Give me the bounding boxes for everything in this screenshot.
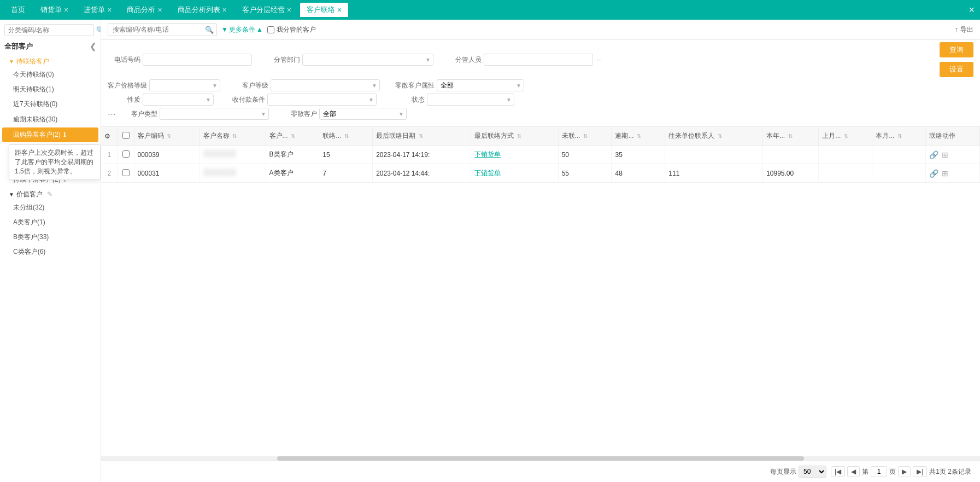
col-this-month: 本月... ⇅	[872, 127, 926, 146]
page-label-prefix: 第	[862, 467, 868, 477]
sidebar-item-repurchase-anomaly[interactable]: 回购异常客户(2) ℹ	[2, 127, 98, 142]
nav-item-home[interactable]: 首页	[4, 3, 32, 17]
info-icon-repurchase: ℹ	[63, 131, 66, 138]
customer-grade-select[interactable]	[271, 79, 380, 91]
status-select[interactable]	[427, 94, 514, 106]
price-grade-select-wrap: ▼	[149, 79, 220, 91]
last-page-button[interactable]: ▶|	[913, 466, 927, 477]
sidebar-collapse-icon[interactable]: ❮	[90, 42, 96, 51]
customer-type-select[interactable]	[160, 108, 269, 120]
nav-close-analysis[interactable]: ×	[157, 5, 162, 14]
horizontal-scrollbar[interactable]	[101, 456, 980, 461]
sort-uncontacted-icon[interactable]: ⇅	[583, 133, 588, 139]
main-search-input[interactable]	[108, 23, 217, 36]
retail-attr-select[interactable]: 全部	[437, 79, 524, 91]
more-conditions-button[interactable]: ▼ 更多条件 ▲	[221, 25, 263, 34]
tooltip-box: 距客户上次交易时长，超过了此客户的平均交易周期的1.5倍，则视为异常。	[9, 144, 101, 180]
sidebar-item-ungrouped[interactable]: 未分组(32)	[0, 200, 101, 215]
main-search-icon[interactable]: 🔍	[205, 26, 214, 34]
next-page-button[interactable]: ▶	[898, 466, 911, 477]
prev-page-button[interactable]: ◀	[847, 466, 860, 477]
row-1-method-link[interactable]: 下销货单	[474, 150, 501, 158]
sidebar-pending-contact-section[interactable]: ▼ 待联络客户	[0, 55, 101, 67]
nav-item-customer-contact[interactable]: 客户联络 ×	[300, 3, 348, 17]
sort-last-method-icon[interactable]: ⇅	[517, 133, 521, 139]
export-icon: ↑	[955, 26, 958, 33]
sort-overdue-icon[interactable]: ⇅	[637, 133, 641, 139]
dept-select[interactable]	[302, 54, 433, 66]
price-grade-select[interactable]	[149, 79, 220, 91]
nav-item-sales[interactable]: 销货单 ×	[34, 3, 75, 17]
sort-this-year-icon[interactable]: ⇅	[788, 133, 793, 139]
customer-grade-label: 客户等级	[236, 81, 268, 90]
gender-select[interactable]	[143, 94, 214, 106]
sidebar-item-b-class[interactable]: B类客户(33)	[0, 230, 101, 245]
export-button[interactable]: ↑ 导出	[955, 25, 973, 34]
sidebar-value-customer-section[interactable]: ▼ 价值客户 ✎	[0, 188, 101, 200]
retail-customer-select[interactable]: 全部	[319, 108, 407, 120]
row-2-method-link[interactable]: 下销货单	[474, 169, 501, 177]
sort-code-icon[interactable]: ⇅	[167, 133, 171, 139]
nav-close-sales[interactable]: ×	[64, 5, 68, 14]
person-more-icon[interactable]: ···	[596, 56, 602, 63]
col-this-year: 本年... ⇅	[763, 127, 819, 146]
sidebar-all-customers-header: 全部客户 ❮	[0, 38, 101, 55]
filter-bar: 🔍 ▼ 更多条件 ▲ 我分管的客户 ↑ 导出	[101, 20, 980, 40]
filter-more-button[interactable]: ···	[108, 108, 116, 120]
nav-item-analysis-list[interactable]: 商品分析列表 ×	[171, 3, 233, 17]
sort-contact-person-icon[interactable]: ⇅	[718, 133, 722, 139]
pay-term-select[interactable]	[267, 94, 377, 106]
nav-item-analysis[interactable]: 商品分析 ×	[120, 3, 168, 17]
row-2-actions: 🔗 ⊞	[926, 164, 980, 183]
nav-item-customer-segment[interactable]: 客户分层经营 ×	[236, 3, 298, 17]
first-page-button[interactable]: |◀	[831, 466, 845, 477]
row-2-link-icon[interactable]: 🔗	[929, 169, 938, 178]
sidebar-item-c-class[interactable]: C类客户(6)	[0, 245, 101, 259]
row-1-link-icon[interactable]: 🔗	[929, 150, 938, 159]
current-page-input[interactable]	[871, 466, 887, 477]
sidebar-item-a-class[interactable]: A类客户(1)	[0, 215, 101, 230]
sort-name-icon[interactable]: ⇅	[232, 133, 237, 139]
col-gear[interactable]: ⚙	[101, 127, 118, 146]
person-input[interactable]	[484, 54, 593, 66]
row-2-code: 000031	[134, 164, 200, 183]
table-row: 2 000031 A类客户 7 2023-04-12 14:44: 下销货单 5…	[101, 164, 980, 183]
sidebar-search-icon[interactable]: 🔍	[96, 26, 101, 34]
nav-close-analysis-list[interactable]: ×	[222, 5, 227, 14]
nav-close-customer-segment[interactable]: ×	[287, 5, 291, 14]
pay-term-select-wrap: ▼	[267, 94, 377, 106]
customer-type-label: 客户类型	[125, 109, 157, 119]
window-close-button[interactable]: ×	[969, 4, 975, 16]
adv-filter-row-3: 性质 ▼ 收付款条件 ▼	[108, 94, 973, 106]
table-area: ⚙ 客户编码 ⇅ 客户名称 ⇅ 客户...	[101, 127, 980, 456]
sidebar-item-tomorrow-contact[interactable]: 明天待联络(1)	[0, 82, 101, 97]
sort-contact-count-icon[interactable]: ⇅	[344, 133, 349, 139]
settings-button[interactable]: 设置	[940, 62, 973, 77]
sidebar-item-overdue-contact[interactable]: 逾期未联络(30)	[0, 112, 101, 127]
sort-this-month-icon[interactable]: ⇅	[897, 133, 902, 139]
select-all-checkbox[interactable]	[122, 132, 130, 139]
my-customers-checkbox[interactable]	[267, 26, 274, 33]
phone-input[interactable]	[143, 54, 252, 66]
nav-close-customer-contact[interactable]: ×	[337, 5, 342, 14]
sidebar-item-today-contact[interactable]: 今天待联络(0)	[0, 67, 101, 82]
row-1-select-checkbox[interactable]	[122, 150, 130, 158]
nav-close-purchase[interactable]: ×	[107, 5, 112, 14]
sidebar-search-input[interactable]	[4, 24, 94, 36]
nav-item-purchase[interactable]: 进货单 ×	[77, 3, 118, 17]
my-customers-checkbox-label[interactable]: 我分管的客户	[267, 25, 316, 34]
row-2-this-month	[872, 164, 926, 183]
sort-last-month-icon[interactable]: ⇅	[844, 133, 848, 139]
query-button[interactable]: 查询	[940, 42, 973, 57]
page-size-select[interactable]: 50 100 200	[799, 466, 826, 478]
sidebar-item-7day-contact[interactable]: 近7天待联络(0)	[0, 97, 101, 112]
row-2-select-checkbox[interactable]	[122, 169, 130, 176]
sort-type-icon[interactable]: ⇅	[291, 133, 295, 139]
scrollbar-thumb[interactable]	[277, 456, 805, 461]
row-2-grid-icon[interactable]: ⊞	[942, 169, 948, 178]
row-1-grid-icon[interactable]: ⊞	[942, 150, 948, 159]
value-edit-icon[interactable]: ✎	[47, 190, 52, 198]
gender-label: 性质	[108, 95, 140, 104]
sort-last-date-icon[interactable]: ⇅	[419, 133, 423, 139]
row-2-this-year: 10995.00	[763, 164, 819, 183]
